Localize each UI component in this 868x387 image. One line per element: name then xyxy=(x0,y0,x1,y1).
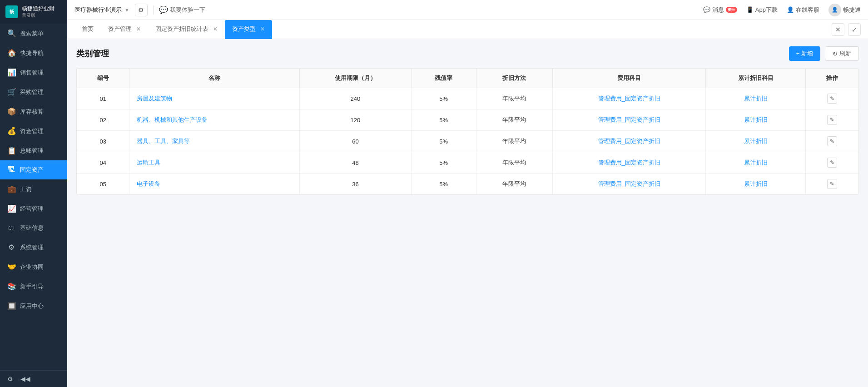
tab-asset-mgmt[interactable]: 资产管理 ✕ xyxy=(101,20,148,39)
sidebar-item-guide[interactable]: 📚 新手引导 xyxy=(0,277,67,296)
col-id: 编号 xyxy=(77,69,129,88)
cell-period: 60 xyxy=(300,131,412,152)
cell-expense: 管理费用_固定资产折旧 xyxy=(553,131,706,152)
sidebar-item-purchase[interactable]: 🛒 采购管理 xyxy=(0,82,67,102)
col-action: 操作 xyxy=(806,69,858,88)
col-name: 名称 xyxy=(129,69,300,88)
edit-button[interactable]: ✎ xyxy=(827,179,837,189)
refresh-button[interactable]: ↻ 刷新 xyxy=(825,46,859,61)
sidebar-item-payroll[interactable]: 💼 工资 xyxy=(0,179,67,199)
topbar: 医疗器械行业演示 ▼ ⚙ 💬 我要体验一下 💬 消息 99+ 📱 App下载 👤… xyxy=(67,0,868,20)
payroll-icon: 💼 xyxy=(7,185,15,194)
cell-id: 03 xyxy=(77,131,129,152)
cell-name: 运输工具 xyxy=(129,152,300,174)
logo-icon: 畅 xyxy=(5,5,18,18)
sidebar-item-sales[interactable]: 📊 销售管理 xyxy=(0,63,67,82)
page-title: 类别管理 xyxy=(76,48,109,59)
cell-accumulated: 累计折旧 xyxy=(706,152,806,174)
sales-icon: 📊 xyxy=(7,68,15,77)
capital-icon: 💰 xyxy=(7,127,15,135)
cell-method: 年限平均 xyxy=(476,131,552,152)
col-expense: 费用科目 xyxy=(553,69,706,88)
sidebar-item-basic-info[interactable]: 🗂 基础信息 xyxy=(0,218,67,238)
online-service-item[interactable]: 👤 在线客服 xyxy=(787,6,819,14)
sidebar-logo: 畅 畅捷通好业财 普及版 xyxy=(0,0,67,24)
app-download-item[interactable]: 📱 App下载 xyxy=(746,6,778,14)
cell-expense: 管理费用_固定资产折旧 xyxy=(553,174,706,195)
settings-button[interactable]: ⚙ xyxy=(135,4,148,16)
settings-footer-icon[interactable]: ⚙ xyxy=(7,375,13,382)
expand-tab-button[interactable]: ⤢ xyxy=(848,23,861,36)
cell-id: 01 xyxy=(77,88,129,109)
message-badge: 99+ xyxy=(726,7,737,13)
user-label: 畅捷通 xyxy=(843,6,861,14)
tab-asset-type[interactable]: 资产类型 ✕ xyxy=(225,20,272,39)
sidebar-item-search[interactable]: 🔍 搜索菜单 xyxy=(0,24,67,43)
operations-icon: 📈 xyxy=(7,204,15,213)
close-tab-depreciation[interactable]: ✕ xyxy=(213,26,218,32)
new-button[interactable]: + 新增 xyxy=(789,46,820,61)
sidebar-footer: ⚙ ◀◀ xyxy=(0,370,67,387)
edit-button[interactable]: ✎ xyxy=(827,115,837,125)
user-item[interactable]: 👤 畅捷通 xyxy=(828,4,861,16)
close-tab-asset-mgmt[interactable]: ✕ xyxy=(136,26,141,32)
guide-icon: 📚 xyxy=(7,282,15,291)
cell-residual: 5% xyxy=(411,174,476,195)
purchase-icon: 🛒 xyxy=(7,88,15,96)
col-period: 使用期限（月） xyxy=(300,69,412,88)
sidebar-item-operations[interactable]: 📈 经营管理 xyxy=(0,199,67,218)
message-item[interactable]: 💬 消息 99+ xyxy=(703,6,737,14)
divider xyxy=(153,5,154,15)
sidebar-item-cooperation[interactable]: 🤝 企业协同 xyxy=(0,257,67,277)
edit-button[interactable]: ✎ xyxy=(827,94,837,104)
experience-label: 我要体验一下 xyxy=(170,6,205,14)
cell-action: ✎ xyxy=(806,152,858,174)
fixed-assets-icon: 🏗 xyxy=(7,166,15,174)
cell-method: 年限平均 xyxy=(476,152,552,174)
inventory-icon: 📦 xyxy=(7,107,15,116)
sidebar-item-fixed-assets[interactable]: 🏗 固定资产 xyxy=(0,160,67,179)
col-method: 折旧方法 xyxy=(476,69,552,88)
table-row: 04 运输工具 48 5% 年限平均 管理费用_固定资产折旧 累计折旧 ✎ xyxy=(77,152,858,174)
close-tab-button[interactable]: ✕ xyxy=(832,23,844,36)
sidebar: 畅 畅捷通好业财 普及版 🔍 搜索菜单 🏠 快捷导航 📊 销售管理 🛒 采购管理… xyxy=(0,0,67,387)
edit-button[interactable]: ✎ xyxy=(827,158,837,168)
cell-expense: 管理费用_固定资产折旧 xyxy=(553,109,706,131)
cell-name: 电子设备 xyxy=(129,174,300,195)
sidebar-item-quick-nav[interactable]: 🏠 快捷导航 xyxy=(0,43,67,63)
table-row: 05 电子设备 36 5% 年限平均 管理费用_固定资产折旧 累计折旧 ✎ xyxy=(77,174,858,195)
bubble-icon: 💬 xyxy=(159,5,168,14)
cell-accumulated: 累计折旧 xyxy=(706,174,806,195)
table-row: 02 机器、机械和其他生产设备 120 5% 年限平均 管理费用_固定资产折旧 … xyxy=(77,109,858,131)
cell-id: 05 xyxy=(77,174,129,195)
sidebar-item-app-center[interactable]: 🔲 应用中心 xyxy=(0,296,67,316)
cell-expense: 管理费用_固定资产折旧 xyxy=(553,88,706,109)
ledger-icon: 📋 xyxy=(7,146,15,155)
system-icon: ⚙ xyxy=(7,243,15,252)
collapse-icon[interactable]: ◀◀ xyxy=(20,375,30,382)
edit-button[interactable]: ✎ xyxy=(827,136,837,146)
sidebar-item-system[interactable]: ⚙ 系统管理 xyxy=(0,238,67,257)
cell-name: 机器、机械和其他生产设备 xyxy=(129,109,300,131)
online-service-label: 在线客服 xyxy=(796,6,819,14)
sidebar-item-ledger[interactable]: 📋 总账管理 xyxy=(0,141,67,160)
experience-button[interactable]: 💬 我要体验一下 xyxy=(159,5,205,14)
chevron-down-icon: ▼ xyxy=(124,7,129,13)
cell-accumulated: 累计折旧 xyxy=(706,88,806,109)
module-selector[interactable]: 医疗器械行业演示 ▼ xyxy=(74,6,129,14)
basic-info-icon: 🗂 xyxy=(7,224,15,232)
tab-home[interactable]: 首页 xyxy=(74,20,101,39)
cell-method: 年限平均 xyxy=(476,109,552,131)
cell-residual: 5% xyxy=(411,88,476,109)
page-actions: + 新增 ↻ 刷新 xyxy=(789,46,859,61)
sidebar-item-inventory[interactable]: 📦 库存核算 xyxy=(0,102,67,121)
tab-depreciation[interactable]: 固定资产折旧统计表 ✕ xyxy=(148,20,225,39)
logo-text: 畅捷通好业财 普及版 xyxy=(22,5,55,19)
close-tab-asset-type[interactable]: ✕ xyxy=(260,26,265,32)
search-icon: 🔍 xyxy=(7,29,15,38)
home-icon: 🏠 xyxy=(7,49,15,57)
cell-action: ✎ xyxy=(806,109,858,131)
cell-action: ✎ xyxy=(806,131,858,152)
sidebar-item-capital[interactable]: 💰 资金管理 xyxy=(0,121,67,141)
tabbar-actions: ✕ ⤢ xyxy=(832,23,861,36)
